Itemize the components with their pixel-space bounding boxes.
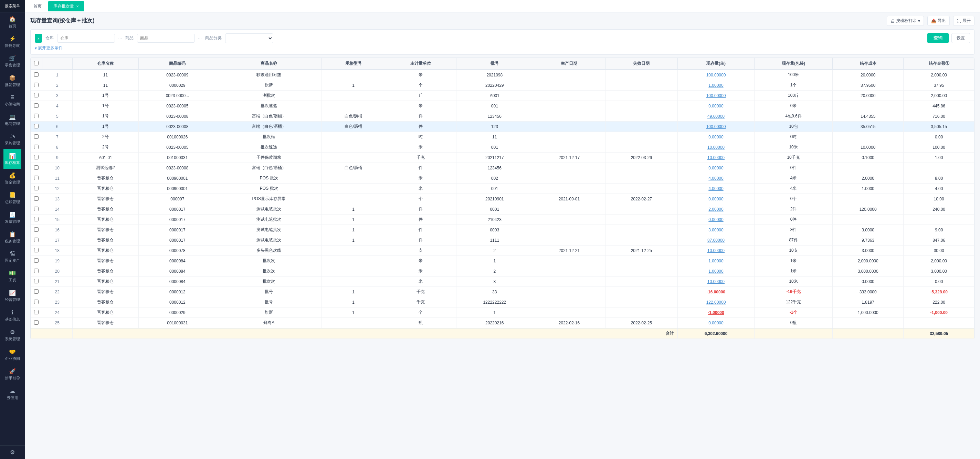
row-checkbox[interactable] [34,196,38,201]
sidebar-label-12: 固定资产 [5,258,20,263]
sidebar-item-9[interactable]: 📒总账管理 [3,188,21,208]
row-checkbox[interactable] [34,279,38,284]
row-checkbox[interactable] [34,186,38,190]
row-qty-main[interactable]: 1.00000 [678,266,754,276]
sidebar-item-0[interactable]: 🏠首页 [3,13,21,32]
sidebar-item-3[interactable]: 📦批发管理 [3,71,21,91]
row-unit: 米 [385,256,456,266]
row-qty-main[interactable]: 0.00000 [678,318,754,328]
row-code: 0000017 [139,225,216,235]
row-qty-main[interactable]: 4.00000 [678,173,754,183]
row-checkbox[interactable] [34,175,38,180]
sidebar-item-13[interactable]: 💵工资 [3,266,21,286]
row-checkbox[interactable] [34,300,38,304]
expand-button[interactable]: ⛶ 展开 [953,16,975,26]
row-qty-main[interactable]: 87.00000 [678,235,754,245]
row-qty-main[interactable]: 1.00000 [678,256,754,266]
row-qty-main[interactable]: 3.00000 [678,225,754,235]
row-checkbox[interactable] [34,134,38,139]
tab-inventory-batch[interactable]: 库存批次量 ✕ [48,1,84,11]
select-all-checkbox[interactable] [34,61,38,65]
sidebar-label-10: 发票管理 [5,219,20,224]
tab-home[interactable]: 首页 [28,1,47,11]
row-qty-main[interactable]: 0.00000 [678,132,754,142]
sidebar-item-17[interactable]: 🤝企业协同 [3,345,21,365]
row-checkbox[interactable] [34,83,38,87]
row-checkbox[interactable] [34,72,38,77]
row-checkbox[interactable] [34,114,38,118]
sidebar-item-7[interactable]: 📊库存核算 [3,149,21,169]
row-qty-main[interactable]: 10.00000 [678,153,754,163]
search-button[interactable]: 查询 [928,33,949,43]
sidebar-item-2[interactable]: 🛒零售管理 [3,52,21,71]
row-qty-main[interactable]: 100.00000 [678,121,754,132]
row-qty-main[interactable]: -1.00000 [678,308,754,318]
row-qty-main[interactable]: 100.00000 [678,91,754,101]
sidebar-item-19[interactable]: ☁云应用 [3,384,21,404]
row-spec: 1 [321,215,385,225]
sidebar-item-6[interactable]: 🛍采购管理 [3,130,21,149]
row-checkbox[interactable] [34,155,38,159]
row-qty-main[interactable]: 0.00000 [678,194,754,204]
row-checkbox[interactable] [34,320,38,325]
sidebar-item-5[interactable]: 💻电商管理 [3,110,21,130]
row-checkbox[interactable] [34,248,38,252]
row-checkbox[interactable] [34,237,38,242]
row-checkbox[interactable] [34,93,38,97]
category-select[interactable] [225,33,273,43]
row-unit: 个 [385,308,456,318]
filter-arrow-button[interactable]: › [35,34,42,43]
row-checkbox[interactable] [34,145,38,149]
sidebar-label-9: 总账管理 [5,199,20,204]
row-checkbox-cell [31,276,42,287]
row-checkbox[interactable] [34,269,38,273]
row-checkbox[interactable] [34,207,38,211]
expand-conditions-button[interactable]: ▾ 展开更多条件 [35,45,63,51]
sidebar-icon-2: 🛒 [9,55,16,62]
row-checkbox[interactable] [34,103,38,108]
row-qty-main[interactable]: 49.60000 [678,111,754,121]
export-button[interactable]: 📤 导出 [928,16,950,26]
col-prod-date: 生产日期 [533,58,606,70]
row-checkbox-cell [31,101,42,111]
print-button[interactable]: 🖨 按模板打印 ▾ [887,16,924,26]
row-checkbox[interactable] [34,124,38,128]
row-qty-main[interactable]: 0.00000 [678,215,754,225]
row-checkbox[interactable] [34,289,38,294]
row-qty-main[interactable]: -16.00000 [678,287,754,297]
row-qty-main[interactable]: 2.00000 [678,204,754,215]
row-qty-main[interactable]: 10.00000 [678,245,754,256]
sidebar-item-10[interactable]: 🧾发票管理 [3,208,21,228]
sidebar-item-16[interactable]: ⚙系统管理 [3,325,21,345]
row-qty-main[interactable]: 10.00000 [678,276,754,287]
row-qty-main[interactable]: 0.00000 [678,101,754,111]
sidebar-item-12[interactable]: 🏗固定资产 [3,247,21,266]
row-checkbox[interactable] [34,310,38,314]
row-checkbox[interactable] [34,217,38,222]
settings-button[interactable]: 设置 [951,33,970,43]
sidebar-item-14[interactable]: 📈经营管理 [3,286,21,306]
row-prod-date [533,308,606,318]
row-checkbox[interactable] [34,165,38,170]
row-qty-main[interactable]: 100.00000 [678,70,754,80]
sidebar-logo[interactable]: 搜索菜单 [0,0,25,13]
page-title: 现存量查询(按仓库＋批次) [30,17,95,24]
sidebar-item-4[interactable]: 🖥小脑电商 [3,91,21,110]
sidebar-item-settings[interactable]: ⚙ [0,446,25,459]
sidebar-item-11[interactable]: 📋税务管理 [3,228,21,247]
tab-close-icon[interactable]: ✕ [76,5,79,8]
row-checkbox[interactable] [34,227,38,232]
row-qty-main[interactable]: 1.00000 [678,80,754,91]
row-qty-main[interactable]: 122.00000 [678,297,754,308]
row-qty-main[interactable]: 0.00000 [678,163,754,173]
product-input[interactable] [137,34,195,43]
row-qty-main[interactable]: 10.00000 [678,142,754,153]
sidebar-item-1[interactable]: ⚡快捷导航 [3,32,21,52]
sidebar-item-8[interactable]: 💰资金管理 [3,169,21,188]
row-qty-main[interactable]: 4.00000 [678,183,754,194]
row-exp-date [605,204,678,215]
row-checkbox[interactable] [34,258,38,263]
warehouse-input[interactable] [57,34,115,43]
sidebar-item-18[interactable]: 🚀新手引导 [3,365,21,384]
sidebar-item-15[interactable]: ℹ基础信息 [3,306,21,325]
